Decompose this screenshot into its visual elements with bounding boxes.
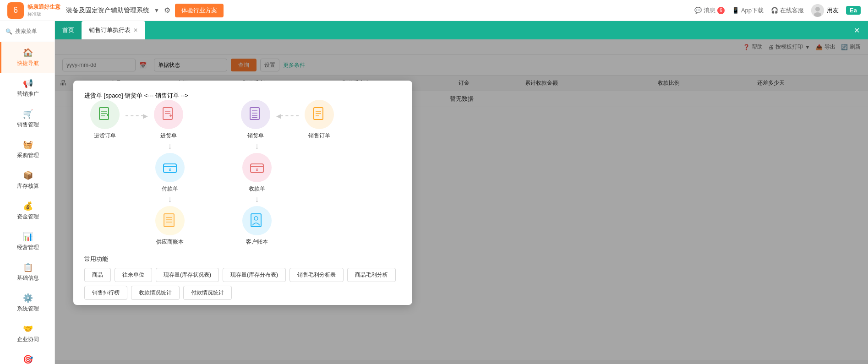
operations-icon: 📊 — [23, 232, 33, 242]
purchase-order-circle[interactable] — [90, 100, 120, 129]
sidebar-item-label-sales: 销售管理 — [17, 121, 39, 129]
flow-row1: 进货订单 ▶ 进货单 — [84, 100, 401, 140]
node-purchase-order: 进货订单 — [84, 100, 126, 140]
sidebar-item-inventory[interactable]: 📦 库存核算 — [0, 165, 55, 196]
tab-bar: 首页 销售订单执行表 ✕ ✕ — [55, 21, 868, 39]
message-action[interactable]: 💬 消息 6 — [694, 6, 725, 15]
supplier-account-label: 供应商账本 — [156, 238, 184, 246]
online-service-label: 在线客服 — [780, 6, 804, 15]
btn-stock-status[interactable]: 现存量(库存状况表) — [156, 268, 219, 282]
system-icon: ⚙️ — [23, 293, 33, 303]
tab-bar-close-button[interactable]: ✕ — [850, 24, 863, 37]
svg-rect-32 — [251, 214, 261, 227]
sidebar-item-quick-nav[interactable]: 🏠 快捷导航 — [0, 42, 55, 73]
sales-order-circle[interactable] — [305, 100, 334, 129]
sidebar-item-label-collab: 企业协同 — [17, 336, 39, 343]
logo-version: 标准版 — [27, 11, 60, 17]
btn-sales-rank[interactable]: 销售排行榜 — [84, 286, 127, 300]
sidebar-item-finance[interactable]: 💰 资金管理 — [0, 196, 55, 226]
sidebar-item-sales[interactable]: 🛒 销售管理 — [0, 103, 55, 134]
logo-area: 6 畅康通好生意 标准版 — [7, 2, 61, 19]
node-purchase-bill: 进货单 — [148, 100, 189, 140]
user-area[interactable]: 用友 — [811, 4, 839, 17]
inventory-icon: 📦 — [23, 170, 33, 180]
basic-info-icon: 📋 — [23, 262, 33, 272]
sales-order-tab-label: 销售订单执行表 — [89, 26, 131, 34]
sidebar-item-system[interactable]: ⚙️ 系统管理 — [0, 288, 55, 318]
sales-bill-circle[interactable] — [241, 100, 270, 129]
sidebar-item-collab[interactable]: 🤝 企业协同 — [0, 318, 55, 349]
search-icon: 🔍 — [5, 28, 12, 35]
receipt-circle[interactable]: ¥ — [242, 153, 272, 182]
function-btns-row2: 销售排行榜 收款情况统计 付款情况统计 — [84, 286, 401, 300]
user-avatar — [811, 4, 824, 17]
tab-close-icon[interactable]: ✕ — [133, 27, 138, 33]
sidebar-item-basic-info[interactable]: 📋 基础信息 — [0, 257, 55, 288]
search-menu-button[interactable]: 🔍 搜索菜单 — [4, 26, 51, 37]
btn-receipt-stats[interactable]: 收款情况统计 — [131, 286, 180, 300]
purchase-bill-circle[interactable] — [154, 100, 183, 129]
btn-counterpart[interactable]: 往来单位 — [115, 268, 152, 282]
sidebar: 🔍 搜索菜单 🏠 快捷导航 📢 营销推广 🛒 销售管理 🧺 采购管理 📦 库存核… — [0, 21, 55, 364]
online-service-action[interactable]: 🎧 在线客服 — [771, 6, 804, 15]
guide-icon: 🎯 — [23, 354, 33, 364]
sidebar-item-label-basic-info: 基础信息 — [17, 274, 39, 282]
down-arrow-sales: ↓ — [236, 141, 278, 151]
tab-sales-order[interactable]: 销售订单执行表 ✕ — [82, 21, 145, 39]
user-label: 用友 — [827, 6, 839, 15]
btn-product[interactable]: 商品 — [84, 268, 111, 282]
node-payment: ¥ 付款单 — [149, 153, 191, 193]
sidebar-item-label-purchase: 采购管理 — [17, 152, 39, 159]
trial-button[interactable]: 体验行业方案 — [175, 4, 224, 17]
flow-bot-arrows: ↓ ↓ — [84, 195, 401, 204]
system-dropdown-button[interactable]: ▼ — [154, 7, 159, 14]
btn-stock-dist[interactable]: 现存量(库存分布表) — [223, 268, 286, 282]
page-content: ❓ 帮助 🖨 按模板打印 ▼ 📤 导出 🔄 刷新 — [55, 39, 868, 364]
node-sales-bill: 销货单 — [235, 100, 276, 140]
flow-container: 进货单 [space] 销货单 <--- 销售订单 --> 进货订单 ▶ — [84, 92, 401, 246]
sidebar-item-label-quick-nav: 快捷导航 — [17, 60, 39, 67]
node-supplier-account: 供应商账本 — [149, 206, 191, 246]
receipt-label: 收款单 — [249, 185, 265, 193]
customer-account-label: 客户账本 — [246, 238, 268, 246]
svg-point-2 — [814, 12, 821, 17]
customer-account-circle[interactable] — [242, 206, 272, 235]
function-btns-row1: 商品 往来单位 现存量(库存状况表) 现存量(库存分布表) 销售毛利分析表 商品… — [84, 268, 401, 282]
sidebar-item-label-operations: 经营管理 — [17, 244, 39, 251]
popup-overlay[interactable]: 进货单 [space] 销货单 <--- 销售订单 --> 进货订单 ▶ — [55, 39, 868, 364]
btn-product-margin[interactable]: 商品毛利分析 — [347, 268, 396, 282]
sidebar-item-operations[interactable]: 📊 经营管理 — [0, 226, 55, 257]
sidebar-item-purchase[interactable]: 🧺 采购管理 — [0, 134, 55, 165]
logo-name: 畅康通好生意 — [27, 3, 60, 11]
sales-bill-label: 销货单 — [247, 132, 264, 140]
marketing-icon: 📢 — [23, 78, 33, 88]
down-arrow-purchase: ↓ — [149, 141, 191, 151]
common-functions-title: 常用功能 — [84, 255, 401, 263]
sidebar-item-guide[interactable]: 🎯 新手引导 — [0, 349, 55, 364]
main-layout: 🔍 搜索菜单 🏠 快捷导航 📢 营销推广 🛒 销售管理 🧺 采购管理 📦 库存核… — [0, 21, 868, 364]
sidebar-search-area: 🔍 搜索菜单 — [0, 21, 55, 42]
btn-sales-margin[interactable]: 销售毛利分析表 — [289, 268, 344, 282]
home-icon: 🏠 — [23, 48, 33, 58]
payment-circle[interactable]: ¥ — [155, 153, 185, 182]
settings-button[interactable]: ⚙ — [164, 6, 170, 15]
svg-rect-29 — [164, 214, 174, 227]
purchase-order-label: 进货订单 — [94, 132, 116, 140]
sidebar-item-label-inventory: 库存核算 — [17, 182, 39, 190]
supplier-account-circle[interactable] — [155, 206, 185, 235]
tab-home[interactable]: 首页 — [55, 21, 82, 39]
logo-char: 6 — [13, 5, 18, 15]
arrow-right-1: ▶ — [126, 112, 148, 120]
node-customer-account: 客户账本 — [236, 206, 278, 246]
flow-row3: 供应商账本 客户账本 — [84, 206, 401, 246]
content-area: 首页 销售订单执行表 ✕ ✕ ❓ 帮助 🖨 按模板打印 ▼ — [55, 21, 868, 364]
app-download-action[interactable]: 📱 App下载 — [732, 6, 764, 15]
sidebar-item-marketing[interactable]: 📢 营销推广 — [0, 73, 55, 103]
purchase-bill-label: 进货单 — [160, 132, 177, 140]
node-receipt: ¥ 收款单 — [236, 153, 278, 193]
sales-order-label: 销售订单 — [308, 132, 330, 140]
system-title: 装备及固定资产辅助管理系统 — [66, 6, 149, 15]
collab-icon: 🤝 — [23, 324, 33, 334]
btn-payment-stats[interactable]: 付款情况统计 — [183, 286, 232, 300]
header-left: 6 畅康通好生意 标准版 装备及固定资产辅助管理系统 ▼ ⚙ 体验行业方案 — [7, 2, 224, 19]
